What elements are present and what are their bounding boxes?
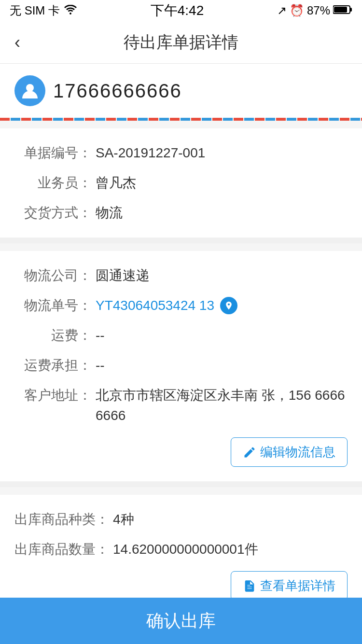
view-detail-button[interactable]: 查看单据详情 <box>231 571 348 601</box>
tracking-label: 物流单号： <box>14 295 92 316</box>
back-button[interactable]: ‹ <box>14 32 20 53</box>
svg-rect-2 <box>334 7 347 13</box>
outbound-type-row: 出库商品种类： 4种 <box>14 509 348 530</box>
delivery-label: 交货方式： <box>14 203 92 223</box>
section-separator-2 <box>0 481 362 487</box>
page-title: 待出库单据详情 <box>124 31 238 54</box>
battery-icon <box>333 4 352 17</box>
user-header: 17666666666 <box>0 64 362 118</box>
status-left: 无 SIM 卡 <box>10 3 77 18</box>
document-icon <box>243 579 256 593</box>
freight-bearer-row: 运费承担： -- <box>14 355 348 376</box>
document-no-label: 单据编号： <box>14 143 92 163</box>
status-time: 下午4:42 <box>151 1 204 20</box>
status-right: ↗ ⏰ 87% <box>277 4 352 17</box>
user-phone: 17666666666 <box>53 80 182 102</box>
staff-label: 业务员： <box>14 173 92 193</box>
back-icon: ‹ <box>14 32 20 52</box>
tracking-value: YT43064053424 13 <box>96 295 214 316</box>
outbound-quantity-value: 14.620000000000001件 <box>113 539 348 560</box>
avatar <box>14 75 45 106</box>
location-status-icon: ↗ <box>277 4 287 17</box>
logistics-company-value: 圆通速递 <box>96 266 348 286</box>
outbound-type-value: 4种 <box>113 509 348 530</box>
staff-value: 曾凡杰 <box>96 173 348 193</box>
outbound-type-label: 出库商品种类： <box>14 509 109 530</box>
battery-text: 87% <box>307 4 330 17</box>
freight-value: -- <box>96 325 348 346</box>
status-bar: 无 SIM 卡 下午4:42 ↗ ⏰ 87% <box>0 0 362 21</box>
address-value: 北京市市辖区海淀区永丰南 张，156 6666 6666 <box>96 385 348 426</box>
document-no-value: SA-20191227-001 <box>96 143 348 163</box>
logistics-company-row: 物流公司： 圆通速递 <box>14 266 348 286</box>
delivery-value: 物流 <box>96 203 348 223</box>
svg-point-3 <box>26 84 34 92</box>
view-detail-label: 查看单据详情 <box>260 577 335 594</box>
basic-info-section: 单据编号： SA-20191227-001 业务员： 曾凡杰 交货方式： 物流 <box>0 128 362 238</box>
edit-logistics-label: 编辑物流信息 <box>260 444 335 461</box>
outbound-quantity-label: 出库商品数量： <box>14 539 109 560</box>
freight-bearer-label: 运费承担： <box>14 355 92 376</box>
edit-logistics-button[interactable]: 编辑物流信息 <box>231 437 348 467</box>
confirm-outbound-button[interactable]: 确认出库 <box>0 598 362 644</box>
svg-rect-1 <box>350 8 352 12</box>
nav-bar: ‹ 待出库单据详情 <box>0 21 362 64</box>
outbound-section: 出库商品种类： 4种 出库商品数量： 14.620000000000001件 查… <box>0 495 362 615</box>
tracking-location-icon[interactable] <box>220 297 237 314</box>
tracking-value-wrap: YT43064053424 13 <box>96 295 348 316</box>
delivery-row: 交货方式： 物流 <box>14 203 348 223</box>
wifi-icon <box>64 4 77 17</box>
carrier-text: 无 SIM 卡 <box>10 3 60 18</box>
logistics-section: 物流公司： 圆通速递 物流单号： YT43064053424 13 运费： --… <box>0 251 362 481</box>
address-row: 客户地址： 北京市市辖区海淀区永丰南 张，156 6666 6666 <box>14 385 348 426</box>
view-detail-action: 查看单据详情 <box>14 571 348 601</box>
document-no-row: 单据编号： SA-20191227-001 <box>14 143 348 163</box>
staff-row: 业务员： 曾凡杰 <box>14 173 348 193</box>
logistics-company-label: 物流公司： <box>14 266 92 286</box>
outbound-quantity-row: 出库商品数量： 14.620000000000001件 <box>14 539 348 560</box>
edit-logistics-action: 编辑物流信息 <box>14 437 348 467</box>
dashed-divider <box>0 118 362 121</box>
section-separator-1 <box>0 238 362 243</box>
freight-label: 运费： <box>14 325 92 346</box>
tracking-row: 物流单号： YT43064053424 13 <box>14 295 348 316</box>
alarm-icon: ⏰ <box>290 4 304 17</box>
freight-row: 运费： -- <box>14 325 348 346</box>
edit-icon <box>243 446 256 459</box>
freight-bearer-value: -- <box>96 355 348 376</box>
confirm-outbound-label: 确认出库 <box>146 609 216 633</box>
address-label: 客户地址： <box>14 385 92 406</box>
